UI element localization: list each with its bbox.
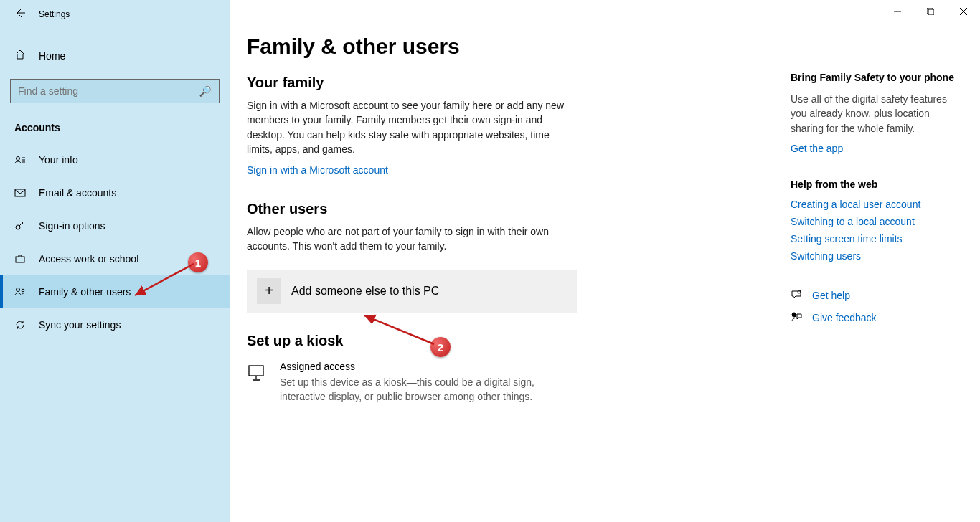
search-icon: 🔍 bbox=[199, 85, 212, 97]
help-link[interactable]: Switching to a local account bbox=[791, 216, 963, 227]
help-heading: Help from the web bbox=[791, 179, 963, 190]
help-link[interactable]: Creating a local user account bbox=[791, 199, 963, 210]
assigned-description: Set up this device as a kiosk—this could… bbox=[280, 375, 538, 404]
nav-home-label: Home bbox=[39, 50, 65, 62]
briefcase-icon bbox=[14, 253, 27, 265]
help-link[interactable]: Setting screen time limits bbox=[791, 233, 963, 245]
svg-rect-1 bbox=[15, 189, 25, 196]
titlebar: Settings bbox=[0, 0, 230, 29]
sidebar-item-sync[interactable]: Sync your settings bbox=[0, 308, 230, 341]
sync-icon bbox=[14, 319, 27, 331]
signin-link[interactable]: Sign in with a Microsoft account bbox=[247, 164, 388, 176]
svg-point-4 bbox=[17, 288, 20, 292]
help-link[interactable]: Switching users bbox=[791, 250, 963, 262]
get-help-link[interactable]: Get help bbox=[812, 290, 850, 301]
annotation-badge-1: 1 bbox=[188, 252, 208, 272]
get-app-link[interactable]: Get the app bbox=[791, 143, 963, 154]
svg-point-10 bbox=[792, 313, 796, 317]
main-content: Family & other users Your family Sign in… bbox=[247, 34, 749, 404]
sidebar-item-label: Access work or school bbox=[39, 253, 138, 265]
page-title: Family & other users bbox=[247, 34, 749, 59]
mail-icon bbox=[14, 187, 27, 199]
right-panel: Bring Family Safety to your phone Use al… bbox=[791, 72, 963, 333]
nav-home[interactable]: Home bbox=[0, 42, 230, 70]
maximize-button[interactable] bbox=[914, 0, 947, 23]
home-icon bbox=[14, 49, 27, 63]
window-controls bbox=[881, 0, 980, 23]
person-card-icon bbox=[14, 154, 27, 166]
sidebar-item-label: Your info bbox=[39, 154, 78, 166]
sidebar-item-label: Sign-in options bbox=[39, 220, 105, 232]
family-heading: Your family bbox=[247, 75, 749, 91]
safety-description: Use all of the digital safety features y… bbox=[791, 92, 963, 136]
add-user-label: Add someone else to this PC bbox=[291, 285, 439, 298]
other-users-description: Allow people who are not part of your fa… bbox=[247, 224, 568, 254]
key-icon bbox=[14, 220, 27, 232]
annotation-badge-2: 2 bbox=[430, 337, 451, 357]
feedback-icon bbox=[791, 311, 802, 325]
get-help-row[interactable]: Get help bbox=[791, 289, 963, 303]
svg-point-0 bbox=[17, 157, 20, 161]
kiosk-heading: Set up a kiosk bbox=[247, 333, 749, 349]
sidebar-item-family[interactable]: Family & other users bbox=[0, 275, 230, 308]
add-user-button[interactable]: + Add someone else to this PC bbox=[247, 270, 577, 313]
sidebar-item-email[interactable]: Email & accounts bbox=[0, 176, 230, 209]
window-title: Settings bbox=[39, 9, 70, 19]
feedback-row[interactable]: Give feedback bbox=[791, 311, 963, 325]
svg-rect-8 bbox=[249, 366, 263, 376]
chat-icon bbox=[791, 289, 802, 303]
people-icon bbox=[14, 286, 27, 298]
safety-heading: Bring Family Safety to your phone bbox=[791, 72, 963, 83]
assigned-title: Assigned access bbox=[280, 361, 538, 372]
kiosk-icon bbox=[247, 361, 267, 404]
sidebar-item-your-info[interactable]: Your info bbox=[0, 143, 230, 176]
close-button[interactable] bbox=[947, 0, 980, 23]
search-input[interactable] bbox=[18, 85, 199, 97]
search-box[interactable]: 🔍 bbox=[10, 79, 220, 103]
feedback-link[interactable]: Give feedback bbox=[812, 312, 877, 323]
sidebar-category: Accounts bbox=[14, 122, 230, 133]
svg-rect-7 bbox=[928, 9, 934, 15]
svg-point-5 bbox=[22, 289, 24, 292]
sidebar-item-label: Family & other users bbox=[39, 286, 131, 298]
minimize-button[interactable] bbox=[881, 0, 914, 23]
svg-rect-3 bbox=[16, 257, 24, 262]
back-icon[interactable] bbox=[14, 7, 26, 22]
sidebar-item-signin[interactable]: Sign-in options bbox=[0, 209, 230, 242]
sidebar-item-label: Email & accounts bbox=[39, 187, 116, 199]
plus-icon: + bbox=[257, 278, 281, 304]
sidebar-item-label: Sync your settings bbox=[39, 319, 121, 331]
family-description: Sign in with a Microsoft account to see … bbox=[247, 98, 568, 156]
assigned-access-row[interactable]: Assigned access Set up this device as a … bbox=[247, 361, 749, 404]
other-users-heading: Other users bbox=[247, 201, 749, 217]
